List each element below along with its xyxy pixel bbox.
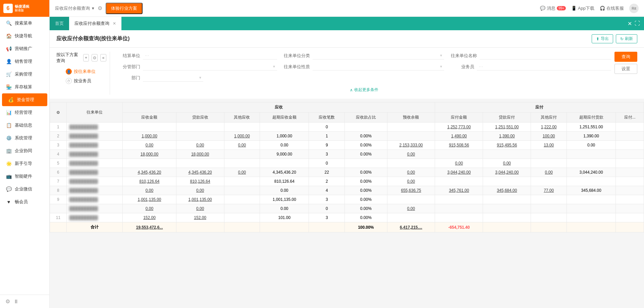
- sidebar-label-marketing: 营销推广: [15, 46, 32, 52]
- sidebar-item-member[interactable]: ♥ 畅会员: [0, 195, 49, 208]
- vendor-nature-select[interactable]: ▾: [313, 63, 444, 71]
- tabbar: 首页 应收应付余额查询 ✕ ✕ ⛶: [50, 17, 644, 30]
- sidebar-item-purchase[interactable]: 🛒 采购管理: [0, 68, 49, 81]
- tab-minimize-icon[interactable]: ✕: [628, 20, 632, 27]
- logo-icon: 6: [3, 4, 13, 13]
- logo-name: 畅捷通账: [15, 4, 30, 9]
- filter-option-by-vendor[interactable]: 👤 按往来单位: [63, 67, 106, 76]
- setting-button[interactable]: 设置: [614, 64, 637, 74]
- page-title: 应收应付余额查询(按往来单位): [56, 35, 130, 42]
- page-actions: ⬆ 导出 ↻ 刷新: [592, 34, 637, 43]
- sidebar-item-guide[interactable]: 🌟 新手引导: [0, 157, 49, 170]
- filter-edit-btn[interactable]: ⊙: [92, 54, 98, 61]
- tab-expand-icon[interactable]: ⛶: [635, 20, 640, 27]
- table-settings-icon[interactable]: ⚙: [56, 110, 60, 115]
- filter-collapse-btn[interactable]: «: [100, 54, 106, 61]
- message-button[interactable]: 💬 消息 99+: [540, 5, 566, 11]
- filter-header-label: 按以下方案查询: [56, 52, 80, 64]
- hardware-icon: 📺: [5, 174, 12, 179]
- dept-select[interactable]: ▾: [143, 63, 277, 71]
- message-icon: 💬: [540, 6, 545, 11]
- sidebar-item-search-menu[interactable]: 🔍 搜索菜单: [0, 17, 49, 30]
- footer-ap-more: [616, 222, 644, 232]
- vendor-option-label: 按往来单位: [74, 69, 96, 75]
- sidebar-label-sales: 销售管理: [15, 58, 32, 64]
- th-ar-ratio: 应收款占比: [345, 113, 387, 123]
- sidebar-item-sales[interactable]: 👤 销售管理: [0, 55, 49, 68]
- filter-row-1: 结算单位 ··· 往来单位分类 ▾: [117, 52, 611, 59]
- sidebar-label-quicknav: 快捷导航: [15, 33, 32, 39]
- th-ap-overdue: 超期应付货款: [567, 113, 616, 123]
- tab-home[interactable]: 首页: [50, 17, 69, 30]
- collapse-more-btn[interactable]: ∧ 收起更多条件: [117, 85, 611, 95]
- refresh-button[interactable]: ↻ 刷新: [616, 34, 637, 43]
- export-button[interactable]: ⬆ 导出: [592, 34, 613, 43]
- sidebar-settings-icon[interactable]: ⚙: [5, 298, 10, 305]
- chevron-down-icon: ▾: [440, 53, 442, 58]
- footer-ar-other: [224, 222, 260, 232]
- tab-ar-ap[interactable]: 应收应付余额查询 ✕: [69, 17, 121, 30]
- sidebar-label-hardware: 智能硬件: [15, 173, 32, 179]
- table-row: 7██████████810,126.64810,126.64810,126.6…: [50, 177, 644, 186]
- th-ar-loan: 贷款应收: [176, 113, 224, 123]
- footer-ap-amount: -654,751.40: [435, 222, 483, 232]
- sidebar-item-operation[interactable]: 📊 经营管理: [0, 106, 49, 119]
- th-ap-loan: 贷款应付: [483, 113, 531, 123]
- filter-area: 按以下方案查询 + ⊙ « 👤 按往来单位 ⏱ 按业务员: [50, 48, 644, 99]
- footer-ar-amount[interactable]: 19,553,472,6...: [123, 222, 176, 232]
- footer-ar-prepay[interactable]: 6,417,215....: [387, 222, 435, 232]
- sidebar-collapse-icon[interactable]: ⏸: [13, 299, 19, 305]
- dept2-select[interactable]: ▾: [143, 74, 203, 82]
- filter-add-btn[interactable]: +: [83, 54, 89, 61]
- sidebar-item-hardware[interactable]: 📺 智能硬件: [0, 170, 49, 183]
- breadcrumb-text: 应收应付余额查询: [55, 5, 90, 11]
- query-button[interactable]: 查询: [614, 52, 637, 62]
- collapse-icon: ∧: [350, 88, 353, 92]
- marketing-icon: 📢: [5, 46, 12, 51]
- data-table: ⚙ 往来单位 应收 应付 应收金额 贷款应收 其他应收 超期应收金额 应收笔数 …: [50, 102, 644, 232]
- vendor-category-select[interactable]: ▾: [313, 52, 444, 59]
- sidebar-label-system: 系统管理: [15, 135, 32, 141]
- breadcrumb: 应收应付余额查询 ▾: [55, 5, 94, 11]
- table-row: 3██████████0.000.000.000.0090.00%2,153,3…: [50, 141, 644, 150]
- settlement-unit-dots[interactable]: ···: [143, 52, 277, 59]
- promo-button[interactable]: 体验行业方案: [106, 3, 143, 14]
- sidebar-item-wechat[interactable]: 💬 企业微信: [0, 183, 49, 195]
- user-text: Rit: [632, 6, 636, 10]
- corp-icon: 🏢: [5, 148, 12, 153]
- filter-field-dept: 分管部门 ▾: [117, 63, 277, 71]
- sidebar-logo: 6 畅捷通账 标准版: [0, 0, 49, 17]
- topbar-gear-icon[interactable]: ⚙: [98, 5, 102, 11]
- sidebar-item-finance[interactable]: 💰 资金管理: [2, 93, 47, 106]
- main-content: 应收应付余额查询 ▾ ⚙ 体验行业方案 💬 消息 99+ 📱 App下载 🎧 在…: [50, 0, 644, 308]
- filter-row-2: 分管部门 ▾ 往来单位性质: [117, 63, 611, 71]
- vendor-name-input[interactable]: [480, 52, 611, 59]
- app-icon: 📱: [571, 6, 577, 11]
- page-content: 应收应付余额查询(按往来单位) ⬆ 导出 ↻ 刷新 按以下方案查询: [50, 30, 644, 308]
- page-header: 应收应付余额查询(按往来单位) ⬆ 导出 ↻ 刷新: [50, 30, 644, 48]
- home-icon: 🏠: [5, 33, 12, 39]
- breadcrumb-arrow[interactable]: ▾: [92, 6, 94, 11]
- th-ar-amount: 应收金额: [123, 113, 176, 123]
- sidebar-label-member: 畅会员: [15, 199, 28, 205]
- th-ap-amount: 应付金额: [435, 113, 483, 123]
- salesman-dots[interactable]: ···: [477, 63, 611, 71]
- filter-option-by-salesman[interactable]: ⏱ 按业务员: [63, 77, 106, 85]
- sidebar-item-corp[interactable]: 🏢 企业协同: [0, 144, 49, 157]
- sidebar-item-system[interactable]: ⚙️ 系统管理: [0, 132, 49, 144]
- user-avatar[interactable]: Rit: [629, 4, 639, 13]
- sidebar-item-quick-nav[interactable]: 🏠 快捷导航: [0, 30, 49, 42]
- sidebar-item-inventory[interactable]: 🏪 库存核算: [0, 81, 49, 93]
- sidebar-item-basic[interactable]: 📋 基础信息: [0, 119, 49, 132]
- app-download-button[interactable]: 📱 App下载: [571, 5, 594, 11]
- th-settings[interactable]: ⚙: [50, 102, 67, 123]
- sidebar-label-wechat: 企业微信: [15, 186, 32, 192]
- table-row: 4██████████18,000.0018,000.009,000.0030.…: [50, 150, 644, 159]
- filter-row-3: 部门 ▾: [117, 74, 611, 82]
- tab-close-icon[interactable]: ✕: [113, 21, 116, 26]
- footer-ap-loan: [483, 222, 531, 232]
- sidebar-item-marketing[interactable]: 📢 营销推广: [0, 42, 49, 55]
- support-button[interactable]: 🎧 在线客服: [600, 5, 624, 11]
- logo-badge: 标准版: [15, 9, 30, 13]
- salesman-label: 业务员: [451, 64, 474, 70]
